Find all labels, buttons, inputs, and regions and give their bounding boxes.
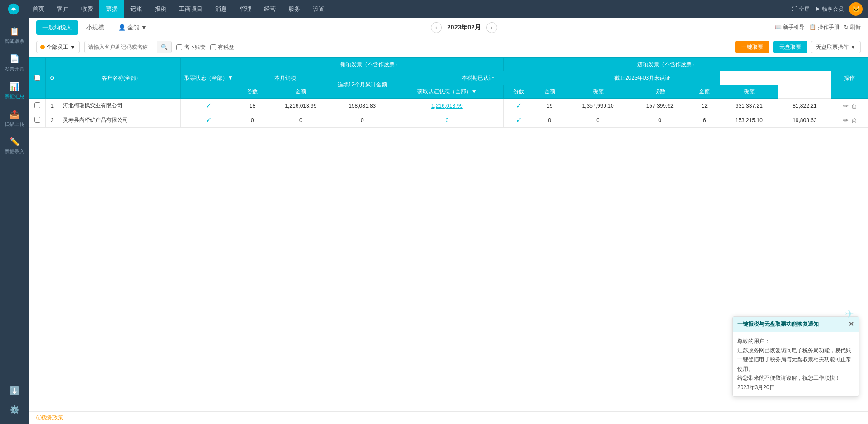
tab-all[interactable]: 👤 全能 ▼ <box>112 20 153 35</box>
all-icon: 👤 <box>118 24 126 31</box>
row-purchase-amount: 1,357,999.10 <box>565 99 631 113</box>
no-disk-ops-button[interactable]: 无盘取票操作 ▼ <box>811 41 861 53</box>
col-sales-count: 份数 <box>237 85 268 99</box>
col-cumulative: 连续12个月累计金额 <box>334 71 391 99</box>
tax-disk-check[interactable] <box>210 44 216 50</box>
row-sales-tax: 158,081.83 <box>334 99 391 113</box>
tax-policy-icon: ⓘ <box>36 414 42 422</box>
nav-ops[interactable]: 经营 <box>258 0 282 18</box>
search-input[interactable] <box>85 44 157 50</box>
tab-bar-right: 📖 新手引导 📋 操作手册 ↻ 刷新 <box>775 24 861 31</box>
row-sales-amount: 1,216,013.99 <box>268 99 334 113</box>
guide-btn[interactable]: 📖 新手引导 <box>775 24 805 31</box>
notification-close-btn[interactable]: ✕ <box>849 320 854 328</box>
sidebar-item-invoice-summary[interactable]: 📊 票据汇总 <box>2 78 27 104</box>
row-checkbox[interactable] <box>34 117 40 123</box>
row-purchase-amount: 0 <box>565 113 631 128</box>
nav-mgmt[interactable]: 管理 <box>233 0 258 18</box>
nav-tax[interactable]: 报税 <box>148 0 173 18</box>
one-click-fetch-button[interactable]: 一键取票 <box>735 41 769 53</box>
row-purchase-tax: 157,399.62 <box>631 99 689 113</box>
row-action-cell: ✏ ⎙ <box>831 113 868 128</box>
col-fetch-status: 取票状态（全部）▼ <box>180 58 237 99</box>
row-cert-status: ✓ <box>503 99 534 113</box>
table-row: 2 灵寿县尚泽矿产品有限公司 ✓ 0 0 0 0 ✓ 0 0 0 6 153,2… <box>29 113 868 128</box>
nav-service[interactable]: 服务 <box>282 0 307 18</box>
col-cert-status: 获取认证状态（全部）▼ <box>391 85 503 99</box>
row-sales-count: 0 <box>237 113 268 128</box>
select-all-checkbox[interactable] <box>34 75 40 81</box>
sidebar-item-settings[interactable]: ⚙️ <box>2 401 27 419</box>
row-action-cell: ✏ ⎙ <box>831 99 868 113</box>
manual-icon: 📋 <box>809 24 816 30</box>
nav-invoice[interactable]: 票据 <box>99 0 124 18</box>
table-settings-icon[interactable]: ⚙ <box>50 75 55 81</box>
col-settings-header: ⚙ <box>46 58 59 99</box>
col-uncert-count: 份数 <box>631 85 689 99</box>
fullscreen-btn[interactable]: ⛶ 全屏 <box>792 5 809 13</box>
sidebar-item-invoice-entry[interactable]: ✏️ 票据录入 <box>2 133 27 159</box>
tab-general-taxpayer[interactable]: 一般纳税人 <box>36 20 78 35</box>
row-checkbox[interactable] <box>34 102 40 108</box>
search-box: 🔍 <box>84 41 172 53</box>
tax-policy-link[interactable]: 税务政策 <box>42 414 63 422</box>
name-account-checkbox[interactable]: 名下账套 <box>176 43 206 51</box>
refresh-btn[interactable]: ↻ 刷新 <box>844 24 861 31</box>
nav-customer[interactable]: 客户 <box>51 0 75 18</box>
edit-action-btn[interactable]: ✏ <box>843 117 849 124</box>
filter-icon[interactable]: ▼ <box>228 75 233 81</box>
cert-check-icon: ✓ <box>516 116 522 124</box>
col-certified-period: 本税期已认证 <box>391 71 565 85</box>
sidebar-item-download[interactable]: ⬇️ <box>2 382 27 400</box>
row-sales-tax: 0 <box>334 113 391 128</box>
cumulative-link[interactable]: 1,216,013.99 <box>431 103 463 109</box>
copy-action-btn[interactable]: ⎙ <box>852 102 856 110</box>
member-btn[interactable]: ▶ 畅享会员 <box>815 5 844 13</box>
col-cert-amount: 金额 <box>534 85 565 99</box>
table-row: 1 河北柯瑞枫实业有限公司 ✓ 18 1,216,013.99 158,081.… <box>29 99 868 113</box>
toolbar: 全部员工 ▼ 🔍 名下账套 有税盘 一键取票 无盘取票 无盘取票操作 ▼ <box>29 37 868 57</box>
row-uncert-amount: 153,215.10 <box>720 113 778 128</box>
user-avatar[interactable]: 🐱 <box>849 2 863 16</box>
sidebar-label-invoice-open: 发票开具 <box>5 66 24 72</box>
invoice-open-icon: 📄 <box>9 54 19 64</box>
notification-popup: ✈ 一键报税与无盘取票功能恢复通知 ✕ 尊敬的用户：江苏政务网已恢复访问电子税务… <box>732 316 859 397</box>
sidebar-label-invoice-entry: 票据录入 <box>5 148 24 155</box>
nav-settings[interactable]: 设置 <box>307 0 331 18</box>
scan-upload-icon: 📤 <box>9 109 19 119</box>
row-cumulative: 0 <box>391 113 503 128</box>
col-sales-invoice-group: 销项发票（不含作废票） <box>237 58 503 71</box>
edit-action-btn[interactable]: ✏ <box>843 102 849 110</box>
sidebar-item-scan-upload[interactable]: 📤 扫描上传 <box>2 105 27 131</box>
tab-bar: 一般纳税人 小规模 👤 全能 ▼ ‹ 2023年02月 › 📖 新手引导 📋 操… <box>29 18 868 37</box>
row-checkbox-cell[interactable] <box>29 113 46 128</box>
tax-disk-checkbox[interactable]: 有税盘 <box>210 43 234 51</box>
nav-home[interactable]: 首页 <box>26 0 51 18</box>
row-fetch-status: ✓ <box>180 113 237 128</box>
notification-body: 尊敬的用户：江苏政务网已恢复访问电子税务局功能，易代账一键登陆电子税务局与无盘取… <box>733 332 859 396</box>
sidebar-item-smart-fetch[interactable]: 📋 智能取票 <box>2 23 27 48</box>
nav-biz[interactable]: 工商项目 <box>173 0 209 18</box>
search-button[interactable]: 🔍 <box>157 41 171 53</box>
prev-month-btn[interactable]: ‹ <box>431 22 442 33</box>
bottom-bar: ⓘ 税务政策 <box>29 411 868 424</box>
next-month-btn[interactable]: › <box>486 22 497 33</box>
ops-dropdown-icon: ▼ <box>850 44 856 50</box>
employee-label: 全部员工 <box>47 43 68 51</box>
sidebar-item-invoice-open[interactable]: 📄 发票开具 <box>2 50 27 76</box>
name-account-check[interactable] <box>176 44 182 50</box>
nav-msg[interactable]: 消息 <box>209 0 233 18</box>
guide-icon: 📖 <box>775 24 782 30</box>
fetch-check-icon: ✓ <box>206 102 212 110</box>
cumulative-link[interactable]: 0 <box>445 117 448 124</box>
manual-btn[interactable]: 📋 操作手册 <box>809 24 839 31</box>
nav-account[interactable]: 记账 <box>124 0 148 18</box>
cert-filter-icon[interactable]: ▼ <box>472 88 477 95</box>
copy-action-btn[interactable]: ⎙ <box>852 117 856 124</box>
row-checkbox-cell[interactable] <box>29 99 46 113</box>
row-purchase-tax: 0 <box>631 113 689 128</box>
nav-fee[interactable]: 收费 <box>75 0 99 18</box>
tab-small-scale[interactable]: 小规模 <box>80 20 110 35</box>
no-disk-fetch-button[interactable]: 无盘取票 <box>773 41 807 53</box>
employee-select[interactable]: 全部员工 ▼ <box>36 41 80 53</box>
